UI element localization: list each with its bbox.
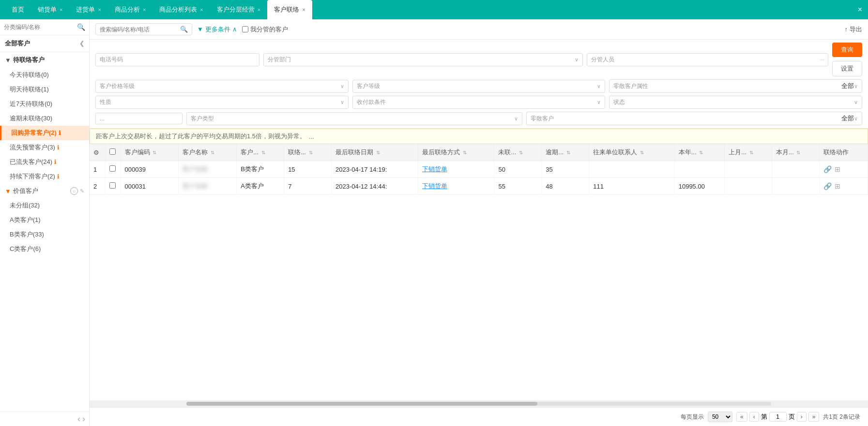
sort-code-icon[interactable]: ⇅	[152, 150, 156, 155]
sidebar-group-pending-contact[interactable]: ▼ 待联络客户	[0, 52, 89, 68]
filter-search-input[interactable]	[100, 26, 180, 33]
sort-unit-contact-icon[interactable]: ⇅	[640, 150, 644, 155]
sidebar-collapse-icon[interactable]: ❮	[79, 40, 84, 47]
nav-product-analysis[interactable]: 商品分析 ×	[108, 0, 152, 19]
sidebar-item-b-class[interactable]: B类客户(33)	[0, 227, 89, 242]
sidebar-item-churned[interactable]: 已流失客户(24) ℹ	[0, 155, 89, 169]
sidebar-group-value-customers[interactable]: ▼ 价值客户 ○ ✎	[0, 184, 89, 198]
export-button[interactable]: ↑ 导出	[845, 25, 863, 34]
sidebar-left-arrow[interactable]: ‹	[77, 414, 80, 424]
row2-action-link-icon[interactable]: 🔗	[823, 182, 832, 190]
sidebar-item-repurchase-abnormal[interactable]: 回购异常客户(2) ℹ	[0, 126, 89, 140]
status-dropdown: ∨	[854, 99, 858, 105]
sidebar-item-ungrouped[interactable]: 未分组(32)	[0, 198, 89, 213]
nav-product-analysis-list-close[interactable]: ×	[200, 7, 203, 13]
sidebar-item-today-contact[interactable]: 今天待联络(0)	[0, 68, 89, 82]
horizontal-scrollbar[interactable]	[90, 400, 868, 407]
declining-info-icon[interactable]: ℹ	[57, 173, 60, 180]
customer-type-field[interactable]: 客户类型 ∨	[186, 112, 522, 125]
select-all-checkbox[interactable]	[109, 148, 116, 155]
my-customers-checkbox-label[interactable]: 我分管的客户	[242, 25, 288, 34]
sort-name-icon[interactable]: ⇅	[211, 150, 214, 155]
payment-field[interactable]: 收付款条件 ∨	[352, 96, 606, 109]
sort-this-year-icon[interactable]: ⇅	[699, 150, 703, 155]
sort-date-icon[interactable]: ⇅	[376, 150, 380, 155]
churned-info-icon[interactable]: ℹ	[54, 159, 57, 165]
sidebar-item-c-class[interactable]: C类客户(6)	[0, 242, 89, 256]
price-level-field[interactable]: 客户价格等级 ∨	[95, 80, 349, 93]
sort-method-icon[interactable]: ⇅	[463, 150, 467, 155]
sort-last-month-icon[interactable]: ⇅	[749, 150, 753, 155]
sort-contact-icon[interactable]: ⇅	[309, 150, 313, 155]
nav-home[interactable]: 首页	[5, 0, 31, 19]
nav-sales-order-close[interactable]: ×	[60, 7, 62, 13]
filter-search-icon[interactable]: 🔍	[180, 26, 188, 33]
setting-button[interactable]: 设置	[832, 61, 862, 76]
status-field[interactable]: 状态 ∨	[609, 96, 862, 109]
sidebar-item-a-class[interactable]: A类客户(1)	[0, 213, 89, 227]
sidebar-item-overdue-contact[interactable]: 逾期未联络(30)	[0, 111, 89, 126]
sidebar-right-arrow[interactable]: ›	[82, 414, 85, 424]
row1-unit-contact	[589, 161, 674, 178]
sort-uncontacted-icon[interactable]: ⇅	[519, 150, 523, 155]
sort-this-month-icon[interactable]: ⇅	[796, 150, 800, 155]
retail-customer-field[interactable]: 零散客户 全部 ∨	[526, 112, 862, 125]
row1-action-link-icon[interactable]: 🔗	[823, 165, 832, 173]
nav-purchase-order-close[interactable]: ×	[98, 7, 101, 13]
first-page-button[interactable]: «	[736, 412, 747, 422]
row1-checkbox[interactable]	[105, 161, 121, 178]
filter-search-box[interactable]: 🔍	[95, 23, 192, 35]
row2-checkbox[interactable]	[105, 178, 121, 195]
sidebar-item-tomorrow-contact[interactable]: 明天待联络(1)	[0, 82, 89, 97]
nav-customer-tier-close[interactable]: ×	[258, 7, 260, 13]
row1-action-grid-icon[interactable]: ⊞	[835, 165, 840, 173]
tooltip-more[interactable]: ...	[309, 133, 314, 140]
value-customers-edit-icon[interactable]: ✎	[80, 188, 84, 194]
gender-field[interactable]: 性质 ∨	[95, 96, 349, 109]
filter-more-conditions[interactable]: ▼ 更多条件 ∧	[197, 25, 237, 34]
sidebar-all-customers[interactable]: 全部客户 ❮	[0, 35, 89, 52]
sidebar-search-icon[interactable]: 🔍	[77, 23, 85, 31]
page-number-input[interactable]	[769, 412, 787, 422]
row2-action-grid-icon[interactable]: ⊞	[835, 182, 840, 190]
row2-last-method[interactable]: 下销货单	[418, 178, 494, 195]
nav-customer-tier[interactable]: 客户分层经营 ×	[210, 0, 267, 19]
retail-attr-field[interactable]: 零散客户属性 全部 ∨	[609, 79, 862, 93]
phone-field[interactable]: 电话号码	[95, 53, 259, 66]
value-customers-expand-icon[interactable]: ○	[70, 187, 78, 195]
nav-product-analysis-close[interactable]: ×	[143, 7, 146, 13]
my-customers-checkbox[interactable]	[242, 26, 248, 32]
sort-type-icon[interactable]: ⇅	[261, 150, 265, 155]
nav-customer-contact[interactable]: 客户联络 ×	[267, 0, 312, 19]
dept-field[interactable]: 分管部门 ∨	[263, 53, 583, 66]
churn-warning-info-icon[interactable]: ℹ	[57, 144, 60, 151]
app-close-button[interactable]: ×	[858, 5, 862, 14]
row1-select-checkbox[interactable]	[109, 165, 116, 172]
prev-page-button[interactable]: ‹	[749, 412, 759, 422]
per-page-select[interactable]: 50 100 200	[708, 411, 732, 422]
sidebar-search-input[interactable]	[4, 24, 77, 30]
row1-last-method[interactable]: 下销货单	[418, 161, 494, 178]
scrollbar-track[interactable]	[186, 402, 771, 406]
sidebar-item-declining[interactable]: 持续下滑客户(2) ℹ	[0, 169, 89, 184]
nav-product-analysis-list[interactable]: 商品分析列表 ×	[152, 0, 210, 19]
sort-overdue-icon[interactable]: ⇅	[566, 150, 570, 155]
person-field[interactable]: 分管人员 ···	[587, 53, 828, 66]
customer-level-field[interactable]: 客户等级 ∨	[352, 80, 606, 93]
sidebar-item-7day-contact[interactable]: 近7天待联络(0)	[0, 97, 89, 111]
nav-purchase-order[interactable]: 进货单 ×	[69, 0, 107, 19]
filter-more-chevron: ∧	[232, 26, 237, 33]
next-page-button[interactable]: ›	[797, 412, 807, 422]
col-uncontacted: 未联... ⇅	[494, 144, 542, 161]
sidebar-item-churn-warning[interactable]: 流失预警客户(3) ℹ	[0, 140, 89, 155]
query-button[interactable]: 查询	[832, 43, 862, 57]
last-page-button[interactable]: »	[808, 412, 820, 422]
col-checkbox-header[interactable]	[105, 144, 121, 161]
scrollbar-thumb[interactable]	[186, 402, 537, 406]
nav-sales-order[interactable]: 销货单 ×	[31, 0, 69, 19]
repurchase-abnormal-info-icon[interactable]: ℹ	[59, 130, 61, 136]
row2-select-checkbox[interactable]	[109, 182, 116, 189]
nav-customer-contact-close[interactable]: ×	[302, 7, 305, 13]
col-gear[interactable]: ⚙	[90, 144, 105, 161]
extra-field[interactable]: ...	[95, 113, 183, 124]
